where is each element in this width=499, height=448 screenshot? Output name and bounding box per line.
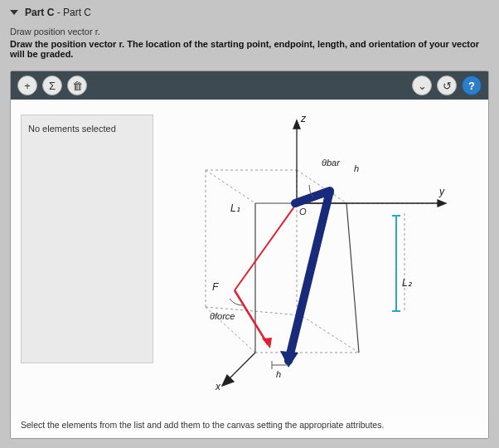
svg-marker-23 <box>262 338 272 348</box>
selection-status: No elements selected <box>28 124 146 134</box>
part-title-bold: Part C <box>25 7 54 18</box>
svg-line-7 <box>301 315 359 353</box>
drawing-panel: + Σ 🗑 ⌄ ↺ ? No elements selected <box>10 71 489 439</box>
svg-line-13 <box>346 203 359 353</box>
reset-icon: ↺ <box>443 80 452 92</box>
svg-line-22 <box>235 290 268 344</box>
drawing-toolbar: + Σ 🗑 ⌄ ↺ ? <box>11 71 488 100</box>
bottom-hint: Select the elements from the list and ad… <box>11 415 488 438</box>
add-element-button[interactable]: + <box>17 75 37 95</box>
L1-label: L₁ <box>230 202 240 214</box>
section-header: Part C - Part C <box>10 7 489 18</box>
h-bottom-label: h <box>276 369 281 379</box>
collapse-caret-icon[interactable] <box>10 10 18 15</box>
chevron-down-icon: ⌄ <box>418 80 427 92</box>
F-label: F <box>212 281 219 293</box>
origin-label: O <box>299 207 307 217</box>
instruction-secondary: Draw the position vector r. The location… <box>10 39 489 59</box>
L2-label: L₂ <box>402 277 413 289</box>
sigma-icon: Σ <box>49 80 56 92</box>
delete-button[interactable]: 🗑 <box>67 75 87 95</box>
part-title: Part C - Part C <box>25 7 91 18</box>
svg-line-2 <box>206 170 255 203</box>
theta-force-label: θforce <box>210 311 235 321</box>
svg-marker-15 <box>293 120 300 129</box>
trash-icon: 🗑 <box>72 80 83 92</box>
x-axis-label: x <box>215 381 221 392</box>
help-button[interactable]: ? <box>462 75 482 95</box>
plus-icon: + <box>24 80 31 92</box>
svg-line-21 <box>235 203 297 290</box>
svg-line-18 <box>226 353 255 382</box>
drawing-canvas[interactable]: No elements selected <box>11 100 488 415</box>
y-axis-label: y <box>438 186 445 197</box>
svg-marker-17 <box>438 200 446 207</box>
toolbar-left: + Σ 🗑 <box>17 75 87 95</box>
selection-sidebar: No elements selected <box>21 114 153 363</box>
help-icon: ? <box>468 80 475 92</box>
instruction-primary: Draw position vector r. <box>10 27 489 37</box>
theta-bar-label: θbar <box>322 158 341 168</box>
dropdown-button[interactable]: ⌄ <box>412 75 432 95</box>
part-title-sep: - <box>54 7 63 18</box>
sigma-button[interactable]: Σ <box>42 75 62 95</box>
h-top-label: h <box>354 163 359 173</box>
z-axis-label: z <box>300 113 307 124</box>
diagram-svg: z y x O θbar h L₁ L₂ F θforce h <box>148 104 479 402</box>
part-title-plain: Part C <box>63 7 91 18</box>
toolbar-right: ⌄ ↺ ? <box>412 75 482 95</box>
reset-button[interactable]: ↺ <box>437 75 457 95</box>
